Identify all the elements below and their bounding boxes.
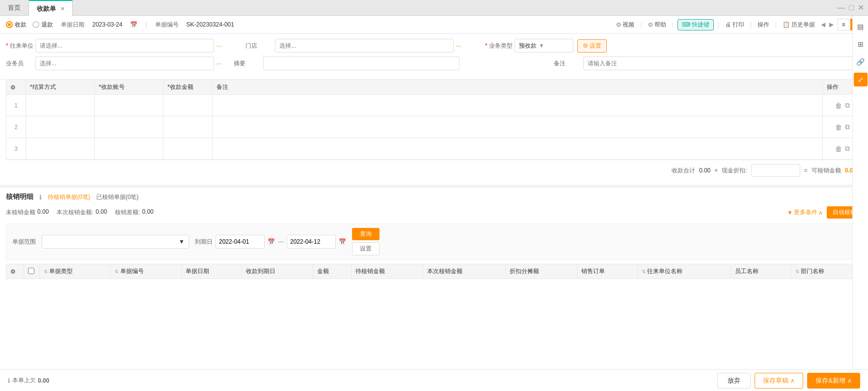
date-value: 2023-03-24: [92, 21, 122, 28]
shortcut-btn[interactable]: ⌨ 快捷键: [678, 19, 714, 30]
sidebar-grid-icon[interactable]: ⊞: [854, 37, 868, 51]
pending-tab[interactable]: 待核销单据(0笔): [48, 193, 90, 201]
filter-chevron-icon: ▼: [179, 238, 185, 245]
filter-range-select[interactable]: ▼: [42, 235, 189, 249]
store-more-btn[interactable]: ···: [456, 42, 461, 50]
row-3-amount[interactable]: [163, 138, 213, 160]
row-2-amount[interactable]: [163, 116, 213, 138]
select-all-checkbox[interactable]: [28, 268, 34, 274]
table-row: 3 🗑 ⧉: [6, 138, 862, 160]
reconcile-right-actions: ▼ 更多条件 ∧ 自动核销: [787, 206, 862, 219]
row-3-copy-icon[interactable]: ⧉: [845, 144, 850, 153]
sidebar-link-icon[interactable]: 🔗: [854, 55, 868, 69]
history-btn[interactable]: 📋 历史单据: [781, 20, 817, 30]
row-3-delete-icon[interactable]: 🗑: [835, 145, 842, 153]
settings-btn2[interactable]: 设置: [352, 242, 380, 255]
summary-input[interactable]: [263, 56, 460, 70]
bottom-actions: 放弃 保存草稿 ∧ 保存&新增 ∧: [717, 373, 860, 389]
toolbar-actions: ⊙ 视频 | ⊙ 帮助 | ⌨ 快捷键 | 🖨 打印 | 操作 |: [614, 19, 862, 30]
staff-field: 业务员 ···: [6, 56, 222, 70]
sub-col-sales: 销售订单: [577, 264, 637, 279]
radio-receipt[interactable]: 收款: [6, 21, 27, 29]
reconcile-title: 核销明细: [6, 193, 33, 201]
sub-table: ⚙ ⇅ 单据类型 ⇅ 单据编号 单据日期: [6, 264, 862, 279]
row-2-account[interactable]: [95, 116, 163, 138]
sub-col-settings[interactable]: ⚙: [6, 264, 24, 279]
sub-col-date: 单据日期: [181, 264, 242, 279]
date-to-cal-icon[interactable]: 📅: [339, 238, 346, 245]
tab-receipt[interactable]: 收款单 ×: [29, 0, 73, 16]
business-type-select[interactable]: 预收款 ▼: [515, 39, 573, 53]
reconcile-info-icon[interactable]: ℹ: [39, 194, 42, 201]
date-from-input[interactable]: [216, 235, 265, 249]
chevron-down-icon: ▼: [539, 42, 544, 49]
maximize-icon[interactable]: □: [849, 3, 854, 12]
video-btn[interactable]: ⊙ 视频: [614, 20, 636, 30]
partner-more-btn[interactable]: ···: [216, 42, 222, 50]
radio-refund[interactable]: 退款: [32, 21, 53, 29]
top-toolbar: 收款 退款 单据日期 2023-03-24 📅 | 单据编号 SK-202303…: [0, 16, 868, 34]
store-input[interactable]: [275, 39, 454, 53]
filter-buttons: 查询 设置: [352, 228, 380, 255]
more-conditions-btn[interactable]: ▼ 更多条件 ∧: [787, 208, 823, 217]
reconcile-stats: 未核销金额 0.00 本次核销金额: 0.00 核销差额: 0.00 ▼ 更多条…: [6, 206, 862, 219]
row-2-settlement[interactable]: [26, 116, 95, 138]
row-3-remark[interactable]: [213, 138, 823, 160]
chevron-up-icon: ∧: [818, 209, 823, 216]
diff-label: 核销差额:: [115, 208, 140, 217]
save-draft-button[interactable]: 保存草稿 ∧: [755, 373, 803, 389]
prev-icon[interactable]: ◀: [821, 21, 825, 28]
row-1-account[interactable]: [95, 95, 163, 116]
sub-col-checkbox[interactable]: [24, 264, 40, 279]
help-btn[interactable]: ⊙ 帮助: [646, 20, 668, 30]
calendar-icon[interactable]: 📅: [130, 21, 137, 28]
table-row: 1 🗑 ⧉: [6, 95, 862, 116]
col-settings-header[interactable]: ⚙: [6, 80, 26, 95]
row-1-delete-icon[interactable]: 🗑: [835, 102, 842, 110]
date-from-cal-icon[interactable]: 📅: [268, 238, 275, 245]
sub-col-staff: 员工名称: [731, 264, 791, 279]
staff-more-btn[interactable]: ···: [216, 59, 222, 67]
date-to-input[interactable]: [287, 235, 336, 249]
staff-input[interactable]: [35, 56, 214, 70]
filter-date-range: 到期日 📅 — 📅: [195, 235, 346, 249]
remark-input[interactable]: [583, 56, 862, 70]
sidebar-table-icon[interactable]: ▤: [854, 20, 868, 33]
col-amount-header: *收款金额: [163, 80, 213, 95]
current-stat: 本次核销金额: 0.00: [56, 208, 107, 217]
row-1-copy-icon[interactable]: ⧉: [845, 101, 850, 110]
done-tab[interactable]: 已核销单据(0笔): [96, 193, 139, 201]
next-icon[interactable]: ▶: [829, 21, 834, 28]
sub-col-partner: ⇅ 往来单位名称: [637, 264, 731, 279]
row-2-delete-icon[interactable]: 🗑: [835, 123, 842, 131]
table-row: 2 🗑 ⧉: [6, 116, 862, 138]
partner-field: 往来单位 ···: [6, 39, 222, 53]
row-3-account[interactable]: [95, 138, 163, 160]
sidebar-expand-icon[interactable]: ⤢: [854, 73, 868, 86]
remark-field: 备注: [554, 56, 862, 70]
row-3-settlement[interactable]: [26, 138, 95, 160]
operation-btn[interactable]: 操作: [756, 20, 771, 30]
save-new-button[interactable]: 保存&新增 ∧: [807, 373, 860, 389]
row-1-settlement[interactable]: [26, 95, 95, 116]
save-draft-arrow: ∧: [790, 377, 795, 384]
abandon-button[interactable]: 放弃: [717, 373, 751, 389]
row-1-remark[interactable]: [213, 95, 823, 116]
discount-input[interactable]: [751, 164, 800, 177]
table-section: ⚙ *结算方式 *收款账号 *收款金额 备注 操作: [0, 80, 868, 185]
row-1-amount[interactable]: [163, 95, 213, 116]
query-btn[interactable]: 查询: [352, 228, 380, 240]
tab-close-icon[interactable]: ×: [61, 5, 65, 12]
view-list-btn[interactable]: ≡: [838, 19, 849, 30]
filter-range-label: 单据范围: [12, 238, 36, 246]
print-btn[interactable]: 🖨 打印: [723, 20, 746, 30]
minimize-icon[interactable]: —: [837, 3, 845, 12]
row-2-num: 2: [6, 116, 26, 138]
unchecked-label: 未核销金额: [6, 208, 35, 217]
partner-input[interactable]: [35, 39, 214, 53]
row-2-copy-icon[interactable]: ⧉: [845, 123, 850, 131]
row-2-remark[interactable]: [213, 116, 823, 138]
close-icon[interactable]: ✕: [858, 3, 864, 12]
tab-home[interactable]: 首页: [0, 0, 29, 16]
settings-button[interactable]: ⚙ 设置: [577, 39, 607, 53]
